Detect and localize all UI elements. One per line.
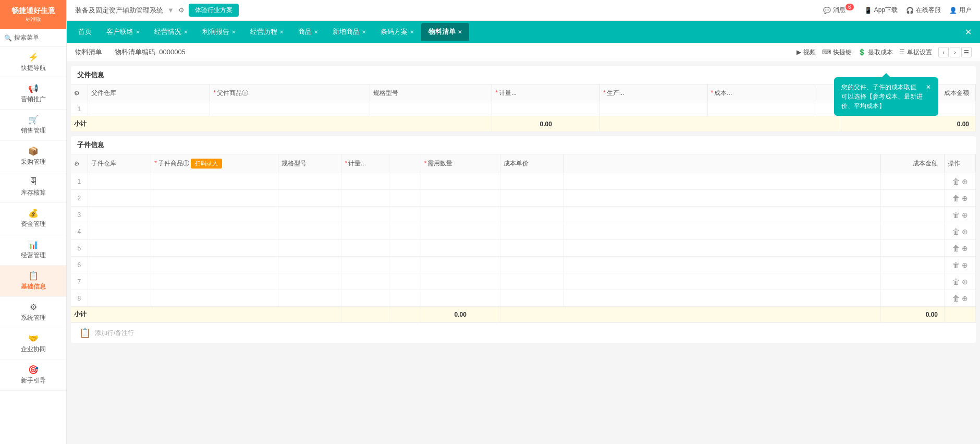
child-row-cost-amount-5[interactable] <box>881 240 945 257</box>
copy-row-6-btn[interactable]: ⊕ <box>962 261 968 269</box>
child-row-cost-amount-3[interactable] <box>881 207 945 223</box>
child-row-warehouse-2[interactable] <box>88 190 151 207</box>
child-row-unit-6[interactable] <box>341 257 389 273</box>
delete-row-5-btn[interactable]: 🗑 <box>952 244 960 253</box>
online-service-btn[interactable]: 🎧 在线客服 <box>906 6 941 15</box>
parent-row-produce-1[interactable] <box>600 102 708 116</box>
sidebar-item-purchase[interactable]: 📦 采购管理 <box>0 141 66 172</box>
child-row-unit-cost-1[interactable] <box>500 173 564 190</box>
child-row-unit-cost-5[interactable] <box>500 240 564 257</box>
child-row-spec-6[interactable] <box>278 257 341 273</box>
child-row-unit-cost-4[interactable] <box>500 223 564 240</box>
delete-row-7-btn[interactable]: 🗑 <box>952 278 960 286</box>
child-row-cost-amount-7[interactable] <box>881 273 945 290</box>
child-col-gear[interactable]: ⚙ <box>71 154 88 173</box>
child-row-warehouse-3[interactable] <box>88 207 151 223</box>
delete-row-8-btn[interactable]: 🗑 <box>952 294 960 303</box>
tab-history[interactable]: 经营历程 ✕ <box>243 23 291 41</box>
sidebar-item-quick-nav[interactable]: ⚡ 快捷导航 <box>0 47 66 78</box>
copy-row-5-btn[interactable]: ⊕ <box>962 244 968 253</box>
copy-row-8-btn[interactable]: ⊕ <box>962 294 968 303</box>
child-row-qty-6[interactable] <box>421 257 500 273</box>
tab-goods[interactable]: 商品 ✕ <box>291 23 325 41</box>
child-row-item-3[interactable] <box>151 207 278 223</box>
copy-row-7-btn[interactable]: ⊕ <box>962 278 968 286</box>
copy-row-1-btn[interactable]: ⊕ <box>962 177 968 186</box>
child-row-warehouse-1[interactable] <box>88 173 151 190</box>
copy-row-4-btn[interactable]: ⊕ <box>962 227 968 236</box>
child-row-spec-8[interactable] <box>278 290 341 307</box>
sidebar-item-system[interactable]: ⚙ 系统管理 <box>0 297 66 328</box>
child-row-item-4[interactable] <box>151 223 278 240</box>
child-row-cost-amount-1[interactable] <box>881 173 945 190</box>
child-row-qty-2[interactable] <box>421 190 500 207</box>
child-row-spec-5[interactable] <box>278 240 341 257</box>
tab-new-goods[interactable]: 新增商品 ✕ <box>325 23 373 41</box>
prev-arrow[interactable]: ‹ <box>938 47 949 57</box>
tab-profit[interactable]: 利润报告 ✕ <box>195 23 243 41</box>
close-profit-tab[interactable]: ✕ <box>231 29 236 35</box>
delete-row-6-btn[interactable]: 🗑 <box>952 261 960 269</box>
delete-row-3-btn[interactable]: 🗑 <box>952 211 960 219</box>
single-settings-btn[interactable]: ☰ 单据设置 <box>899 48 932 57</box>
child-row-item-5[interactable] <box>151 240 278 257</box>
sidebar-item-marketing[interactable]: 📢 营销推广 <box>0 78 66 110</box>
child-row-item-7[interactable] <box>151 273 278 290</box>
parent-row-unit-1[interactable] <box>492 102 600 116</box>
child-row-unit-cost-8[interactable] <box>500 290 564 307</box>
close-barcode-tab[interactable]: ✕ <box>410 29 414 35</box>
copy-row-3-btn[interactable]: ⊕ <box>962 211 968 219</box>
child-row-qty-3[interactable] <box>421 207 500 223</box>
child-row-unit-5[interactable] <box>341 240 389 257</box>
add-row-icon[interactable]: 📋 <box>79 327 91 339</box>
parent-row-warehouse-1[interactable] <box>88 102 210 116</box>
child-row-warehouse-7[interactable] <box>88 273 151 290</box>
sidebar-item-collab[interactable]: 🤝 企业协同 <box>0 328 66 359</box>
message-btn[interactable]: 💬 消息 6 <box>823 6 856 15</box>
close-bom-tab[interactable]: ✕ <box>458 29 462 35</box>
tab-operations-status[interactable]: 经营情况 ✕ <box>147 23 195 41</box>
child-row-unit-cost-2[interactable] <box>500 190 564 207</box>
child-row-qty-8[interactable] <box>421 290 500 307</box>
next-arrow[interactable]: › <box>950 47 960 57</box>
parent-row-item-1[interactable] <box>210 102 370 116</box>
search-menu-item[interactable]: 🔍 搜索菜单 <box>0 29 66 47</box>
delete-row-2-btn[interactable]: 🗑 <box>952 194 960 202</box>
child-row-cost-amount-8[interactable] <box>881 290 945 307</box>
child-row-unit-4[interactable] <box>341 223 389 240</box>
sidebar-item-operations[interactable]: 📊 经营管理 <box>0 234 66 266</box>
copy-row-2-btn[interactable]: ⊕ <box>962 194 968 202</box>
scan-btn[interactable]: 扫码录入 <box>191 159 222 169</box>
child-row-unit-2[interactable] <box>341 190 389 207</box>
child-row-unit-8[interactable] <box>341 290 389 307</box>
close-customer-tab[interactable]: ✕ <box>136 29 140 35</box>
sidebar-item-guide[interactable]: 🎯 新手引导 <box>0 359 66 391</box>
sidebar-item-inventory[interactable]: 🗄 库存核算 <box>0 172 66 203</box>
child-row-spec-7[interactable] <box>278 273 341 290</box>
child-row-qty-4[interactable] <box>421 223 500 240</box>
child-row-item-6[interactable] <box>151 257 278 273</box>
grid-view-btn[interactable]: ☰ <box>961 47 972 57</box>
child-row-unit-1[interactable] <box>341 173 389 190</box>
child-row-item-2[interactable] <box>151 190 278 207</box>
sidebar-item-finance[interactable]: 💰 资金管理 <box>0 203 66 234</box>
sidebar-item-sales[interactable]: 🛒 销售管理 <box>0 110 66 141</box>
parent-row-spec-1[interactable] <box>370 102 492 116</box>
app-download-btn[interactable]: 📱 App下载 <box>864 6 898 15</box>
gear-settings-icon[interactable]: ⚙ <box>178 6 185 14</box>
child-row-qty-7[interactable] <box>421 273 500 290</box>
tab-barcode[interactable]: 条码方案 ✕ <box>373 23 421 41</box>
child-row-unit-cost-7[interactable] <box>500 273 564 290</box>
parent-col-gear[interactable]: ⚙ <box>71 85 88 102</box>
sidebar-item-basic-info[interactable]: 📋 基础信息 <box>0 266 66 297</box>
close-goods-tab[interactable]: ✕ <box>314 29 318 35</box>
child-row-warehouse-4[interactable] <box>88 223 151 240</box>
close-history-tab[interactable]: ✕ <box>279 29 284 35</box>
child-row-spec-4[interactable] <box>278 223 341 240</box>
child-row-warehouse-5[interactable] <box>88 240 151 257</box>
child-row-cost-amount-2[interactable] <box>881 190 945 207</box>
child-row-qty-5[interactable] <box>421 240 500 257</box>
child-row-item-1[interactable] <box>151 173 278 190</box>
child-row-item-8[interactable] <box>151 290 278 307</box>
close-new-goods-tab[interactable]: ✕ <box>362 29 366 35</box>
